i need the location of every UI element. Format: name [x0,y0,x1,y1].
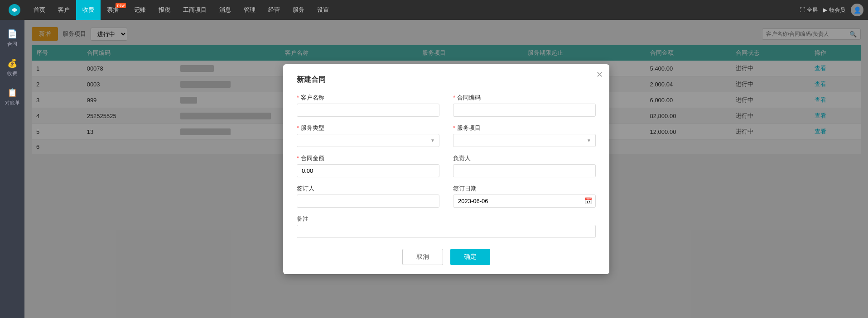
modal-close-button[interactable]: ✕ [596,71,603,79]
nav-item-accounting[interactable]: 记账 [128,0,152,20]
input-remark[interactable] [297,225,596,238]
confirm-button[interactable]: 确定 [450,249,490,265]
sidebar-item-fee[interactable]: 💰 收费 [0,54,24,81]
nav-item-settings[interactable]: 设置 [311,0,335,20]
form-row-signer: 签订人 [297,185,439,208]
sidebar-label-fee: 收费 [7,70,17,77]
select-service-type-wrapper [297,134,439,147]
label-contract-no: * 合同编码 [453,94,596,102]
nav-item-customer[interactable]: 客户 [52,0,76,20]
input-owner[interactable] [453,164,596,177]
main-layout: 📄 合同 💰 收费 📋 对账单 新增 服务项目 进行中 已完成 已终止 🔍 [0,20,868,318]
nav-item-service[interactable]: 服务 [286,0,311,20]
nav-item-operation[interactable]: 经营 [262,0,286,20]
label-remark: 备注 [297,215,596,223]
sidebar-label-statement: 对账单 [5,100,20,106]
input-customer[interactable] [297,104,439,117]
nav-right-actions: ⛶ 全屏 ▶ 畅会员 👤 [800,4,863,16]
contract-icon: 📄 [7,29,17,39]
label-owner: 负责人 [453,154,596,162]
app-logo [5,0,24,20]
nav-item-business[interactable]: 工商项目 [177,0,213,20]
nav-item-message[interactable]: 消息 [213,0,237,20]
modal-footer: 取消 确定 [297,249,596,265]
select-service-item[interactable] [453,134,596,147]
sidebar-item-contract[interactable]: 📄 合同 [0,24,24,52]
sidebar-item-statement[interactable]: 📋 对账单 [0,83,24,111]
form-row-sign-date: 签订日期 📅 [453,185,596,208]
form-row-customer: * 客户名称 [297,94,439,117]
left-sidebar: 📄 合同 💰 收费 📋 对账单 [0,20,24,318]
form-row-service-item: * 服务项目 [453,124,596,147]
form-row-contract-no: * 合同编码 [453,94,596,117]
form-row-owner: 负责人 [453,154,596,177]
label-amount: * 合同金额 [297,154,439,162]
label-customer: * 客户名称 [297,94,439,102]
main-content: 新增 服务项目 进行中 已完成 已终止 🔍 序号 合同编码 客户名称 服务项目 … [24,20,868,318]
user-avatar[interactable]: 👤 [851,4,863,16]
modal-form: * 客户名称 * 合同编码 [297,94,596,238]
fullscreen-icon: ⛶ [800,7,805,13]
cancel-button[interactable]: 取消 [402,249,443,265]
nav-item-invoice[interactable]: 票据 new [101,0,128,20]
calendar-icon[interactable]: 📅 [584,197,592,204]
label-signer: 签订人 [297,185,439,193]
date-input-wrapper: 📅 [453,195,596,208]
nav-item-tax[interactable]: 报税 [152,0,177,20]
nav-item-home[interactable]: 首页 [27,0,52,20]
select-service-item-wrapper [453,134,596,147]
top-navigation: 首页 客户 收费 票据 new 记账 报税 工商项目 消息 管理 经营 服务 设… [0,0,868,20]
modal-title: 新建合同 [297,75,596,85]
input-signer[interactable] [297,195,439,208]
member-label: 畅会员 [829,6,845,14]
play-icon: ▶ [823,7,827,13]
select-service-type[interactable] [297,134,439,147]
member-button[interactable]: ▶ 畅会员 [823,6,845,14]
statement-icon: 📋 [7,88,17,98]
input-sign-date[interactable] [453,195,596,208]
form-row-service-type: * 服务类型 [297,124,439,147]
input-contract-no[interactable] [453,104,596,117]
sidebar-label-contract: 合同 [7,41,17,47]
label-service-item: * 服务项目 [453,124,596,132]
create-contract-modal: ✕ 新建合同 * 客户名称 * 合同编码 [283,64,609,274]
fullscreen-label: 全屏 [807,6,818,14]
modal-overlay: ✕ 新建合同 * 客户名称 * 合同编码 [24,20,868,318]
label-sign-date: 签订日期 [453,185,596,193]
fullscreen-button[interactable]: ⛶ 全屏 [800,6,818,14]
nav-item-fee[interactable]: 收费 [76,0,101,20]
label-service-type: * 服务类型 [297,124,439,132]
fee-icon: 💰 [7,58,17,68]
nav-item-manage[interactable]: 管理 [237,0,262,20]
form-row-amount: * 合同金额 [297,154,439,177]
form-row-remark: 备注 [297,215,596,238]
input-amount[interactable] [297,164,439,177]
new-badge: new [116,3,126,8]
